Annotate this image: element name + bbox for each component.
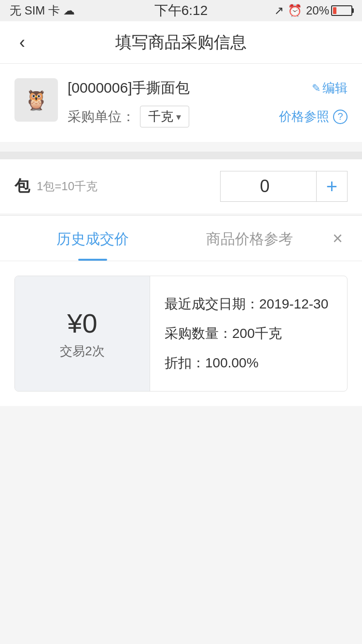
bottom-panel: 历史成交价 商品价格参考 × ¥0 交易2次 最近成交日期：2019-12-30… [0, 215, 362, 406]
nav-bar: ‹ 填写商品采购信息 [0, 21, 362, 64]
tab-history-price[interactable]: 历史成交价 [14, 216, 171, 261]
sim-label: 无 SIM 卡 ☁ [10, 3, 75, 18]
quantity-unit-name: 包 [14, 176, 30, 197]
recent-date-label: 最近成交日期： [165, 296, 259, 311]
transaction-discount: 折扣：100.00% [165, 352, 333, 374]
product-name: [0000006]手撕面包 [68, 78, 190, 98]
product-thumbnail-icon: 🦉 [24, 89, 48, 112]
recent-date-value: 2019-12-30 [259, 296, 328, 311]
unit-value: 千克 [148, 108, 173, 125]
edit-label: 编辑 [322, 80, 348, 97]
help-symbol: ? [337, 111, 343, 122]
location-icon: ↗ [274, 4, 284, 17]
battery-icon [331, 5, 352, 16]
edit-icon: ✎ [312, 82, 320, 95]
help-icon: ? [333, 110, 348, 124]
status-time: 下午6:12 [154, 1, 208, 20]
price-reference-button[interactable]: 价格参照 ? [279, 108, 348, 125]
unit-select-dropdown[interactable]: 千克 ▾ [140, 106, 189, 127]
discount-value: 100.00% [205, 355, 259, 370]
transaction-purchase-qty: 采购数量：200千克 [165, 323, 333, 345]
unit-label: 采购单位： 千克 ▾ [68, 106, 189, 127]
price-ref-label: 价格参照 [279, 108, 329, 125]
transaction-recent-date: 最近成交日期：2019-12-30 [165, 294, 333, 315]
quantity-input[interactable] [220, 171, 317, 202]
alarm-icon: ⏰ [288, 4, 302, 17]
section-divider [0, 152, 362, 159]
product-name-row: [0000006]手撕面包 ✎ 编辑 [68, 78, 348, 98]
battery-fill [333, 7, 336, 14]
panel-tabs: 历史成交价 商品价格参考 × [0, 216, 362, 261]
quantity-row: 包 1包=10千克 + [0, 159, 362, 213]
status-right: ↗ ⏰ 20% [274, 4, 352, 17]
transaction-card: ¥0 交易2次 最近成交日期：2019-12-30 采购数量：200千克 折扣：… [14, 276, 348, 392]
transaction-left: ¥0 交易2次 [15, 276, 150, 391]
panel-close-button[interactable]: × [328, 224, 348, 253]
purchase-qty-value: 200千克 [232, 326, 282, 341]
chevron-down-icon: ▾ [176, 111, 181, 123]
quantity-unit-equiv: 1包=10千克 [37, 179, 97, 194]
discount-label: 折扣： [165, 355, 205, 370]
product-image: 🦉 [14, 78, 58, 122]
status-bar: 无 SIM 卡 ☁ 下午6:12 ↗ ⏰ 20% [0, 0, 362, 21]
product-id: [0000006] [68, 80, 132, 96]
quantity-plus-button[interactable]: + [317, 171, 348, 202]
product-unit-row: 采购单位： 千克 ▾ 价格参照 ? [68, 106, 348, 127]
transaction-count: 交易2次 [60, 343, 104, 360]
page-title: 填写商品采购信息 [115, 31, 247, 54]
battery-percent: 20% [306, 4, 329, 17]
unit-label-text: 采购单位： [68, 108, 135, 126]
transaction-right: 最近成交日期：2019-12-30 采购数量：200千克 折扣：100.00% [150, 276, 347, 391]
tab-product-price-ref[interactable]: 商品价格参考 [171, 216, 327, 261]
quantity-control: + [220, 171, 348, 202]
status-left: 无 SIM 卡 ☁ [10, 3, 75, 18]
product-card: 🦉 [0000006]手撕面包 ✎ 编辑 采购单位： 千克 ▾ [0, 64, 362, 142]
back-button[interactable]: ‹ [14, 28, 30, 57]
product-info: [0000006]手撕面包 ✎ 编辑 采购单位： 千克 ▾ 价格参照 [68, 78, 348, 127]
battery-container: 20% [306, 4, 352, 17]
transaction-price: ¥0 [67, 308, 97, 339]
product-title: 手撕面包 [132, 80, 190, 96]
product-top: 🦉 [0000006]手撕面包 ✎ 编辑 采购单位： 千克 ▾ [14, 78, 348, 127]
purchase-qty-label: 采购数量： [165, 326, 232, 341]
quantity-label: 包 1包=10千克 [14, 176, 97, 197]
edit-button[interactable]: ✎ 编辑 [312, 80, 348, 97]
panel-content: ¥0 交易2次 最近成交日期：2019-12-30 采购数量：200千克 折扣：… [0, 261, 362, 406]
